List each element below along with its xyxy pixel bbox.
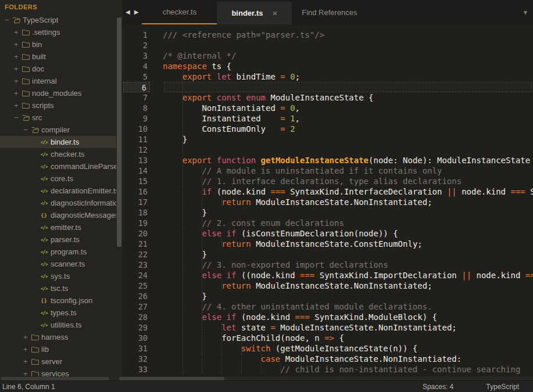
code-line-18[interactable]: } bbox=[163, 207, 533, 218]
sidebar-folder-compiler[interactable]: −compiler bbox=[0, 124, 116, 136]
code-line-22[interactable]: } bbox=[163, 249, 533, 260]
expand-icon[interactable]: + bbox=[14, 52, 22, 61]
code-line-32[interactable]: case ModuleInstanceState.NonInstantiated… bbox=[163, 354, 533, 364]
sidebar-folder-node-modules[interactable]: +node_modules bbox=[0, 87, 116, 99]
code-line-19[interactable]: // 2. const enum declarations bbox=[163, 218, 533, 228]
sidebar-file-diagnosticmessages-json[interactable]: {}diagnosticMessages.json bbox=[0, 209, 116, 221]
code-line-24[interactable]: else if ((node.kind === SyntaxKind.Impor… bbox=[163, 270, 533, 280]
tab-overflow-icon[interactable]: ▼ bbox=[523, 9, 533, 16]
code-line-12[interactable] bbox=[163, 145, 533, 155]
typescript-file-icon: </> bbox=[41, 154, 51, 155]
sidebar-folder-bin[interactable]: +bin bbox=[0, 38, 116, 51]
code-line-23[interactable]: // 3. non-exported import declarations bbox=[163, 260, 533, 270]
code-line-16[interactable]: if (node.kind === SyntaxKind.InterfaceDe… bbox=[163, 186, 533, 197]
code-line-9[interactable]: Instantiated = 1, bbox=[163, 113, 533, 124]
code-line-11[interactable]: } bbox=[163, 134, 533, 145]
indent-guide bbox=[202, 301, 202, 312]
code-line-30[interactable]: forEachChild(node, n => { bbox=[163, 333, 533, 343]
sidebar-file-checker-ts[interactable]: </>checker.ts bbox=[0, 148, 116, 160]
expand-icon[interactable]: + bbox=[14, 89, 22, 98]
cursor-position[interactable]: Line 6, Column 1 bbox=[0, 383, 55, 391]
code-line-2[interactable] bbox=[163, 40, 533, 51]
code-token: (isConstEnumDeclaration(node)) { bbox=[236, 229, 398, 238]
tab-binder-ts[interactable]: binder.ts× bbox=[217, 2, 292, 24]
code-line-26[interactable]: } bbox=[163, 291, 533, 301]
code-line-27[interactable]: // 4. other uninstantiated module declar… bbox=[163, 301, 533, 312]
code-line-29[interactable]: let state = ModuleInstanceState.NonInsta… bbox=[163, 322, 533, 333]
collapse-icon[interactable]: − bbox=[5, 16, 13, 24]
code-token: /* @internal */ bbox=[163, 51, 236, 60]
expand-icon[interactable]: + bbox=[23, 333, 31, 341]
forward-arrow-icon[interactable]: ▶ bbox=[133, 8, 140, 16]
code-line-4[interactable]: namespace ts { bbox=[163, 61, 533, 71]
sidebar-file-tsconfig-json[interactable]: {}tsconfig.json bbox=[0, 294, 116, 307]
tab-checker-ts[interactable]: checker.ts bbox=[142, 0, 217, 24]
sidebar-folder-settings[interactable]: +.settings bbox=[0, 26, 116, 38]
code-line-8[interactable]: NonInstantiated = 0, bbox=[163, 103, 533, 113]
code-line-13[interactable]: export function getModuleInstanceState(n… bbox=[163, 155, 533, 166]
code-line-10[interactable]: ConstEnumOnly = 2 bbox=[163, 124, 533, 134]
code-line-14[interactable]: // A module is uninstantiated if it cont… bbox=[163, 166, 533, 176]
sidebar-folder-scripts[interactable]: +scripts bbox=[0, 99, 116, 112]
code-line-1[interactable]: /// <reference path="parser.ts"/> bbox=[163, 30, 533, 40]
expand-icon[interactable]: + bbox=[14, 64, 22, 73]
code-line-28[interactable]: else if (node.kind === SyntaxKind.Module… bbox=[163, 312, 533, 322]
sidebar-folder-lib[interactable]: +lib bbox=[0, 343, 116, 355]
indent-guide bbox=[183, 322, 183, 333]
sidebar-file-commandlineparser-ts[interactable]: </>commandLineParser.ts bbox=[0, 160, 116, 172]
tab-close-icon[interactable]: × bbox=[273, 9, 278, 17]
sidebar-file-types-ts[interactable]: </>types.ts bbox=[0, 307, 116, 319]
code-line-25[interactable]: return ModuleInstanceState.NonInstantiat… bbox=[163, 280, 533, 291]
code-line-31[interactable]: switch (getModuleInstanceState(n)) { bbox=[163, 343, 533, 354]
sidebar-file-diagnosticinformationmap-generated-ts[interactable]: </>diagnosticInformationMap.generated.ts bbox=[0, 197, 116, 209]
sidebar-folder-services[interactable]: +services bbox=[0, 368, 116, 376]
tab-find-references[interactable]: Find References bbox=[292, 0, 367, 24]
code-line-17[interactable]: return ModuleInstanceState.NonInstantiat… bbox=[163, 197, 533, 207]
code-line-15[interactable]: // 1. interface declarations, type alias… bbox=[163, 176, 533, 186]
sidebar-file-declarationemitter-ts[interactable]: </>declarationEmitter.ts bbox=[0, 185, 116, 197]
code-area[interactable]: /// <reference path="parser.ts"/>/* @int… bbox=[163, 30, 533, 375]
collapse-icon[interactable]: − bbox=[14, 113, 22, 122]
expand-icon[interactable]: + bbox=[23, 357, 31, 366]
expand-icon[interactable]: + bbox=[14, 40, 22, 49]
sidebar-file-utilities-ts[interactable]: </>utilities.ts bbox=[0, 319, 116, 331]
sidebar-folder-server[interactable]: +server bbox=[0, 355, 116, 368]
code-line-7[interactable]: export const enum ModuleInstanceState { bbox=[163, 92, 533, 103]
sidebar-folder-built[interactable]: +built bbox=[0, 51, 116, 63]
sidebar-folder-src[interactable]: −src bbox=[0, 112, 116, 124]
expand-icon[interactable]: + bbox=[23, 369, 31, 376]
expand-icon[interactable]: + bbox=[23, 345, 31, 354]
sidebar-file-parser-ts[interactable]: </>parser.ts bbox=[0, 233, 116, 246]
sidebar-folder-internal[interactable]: +internal bbox=[0, 75, 116, 87]
sidebar-file-program-ts[interactable]: </>program.ts bbox=[0, 246, 116, 258]
expand-icon[interactable]: + bbox=[14, 101, 22, 110]
expand-icon[interactable]: + bbox=[14, 77, 22, 85]
sidebar-file-binder-ts[interactable]: </>binder.ts bbox=[0, 136, 116, 148]
sidebar-file-scanner-ts[interactable]: </>scanner.ts bbox=[0, 258, 116, 270]
sidebar-folder-typescript[interactable]: −TypeScript bbox=[0, 14, 116, 26]
code-line-5[interactable]: export let bindTime = 0; bbox=[163, 71, 533, 82]
sidebar-file-emitter-ts[interactable]: </>emitter.ts bbox=[0, 221, 116, 233]
code-line-20[interactable]: else if (isConstEnumDeclaration(node)) { bbox=[163, 228, 533, 239]
typescript-file-icon: </> bbox=[41, 239, 51, 240]
sidebar-folder-doc[interactable]: +doc bbox=[0, 63, 116, 75]
code-line-6[interactable] bbox=[163, 82, 533, 92]
code-line-3[interactable]: /* @internal */ bbox=[163, 51, 533, 61]
sidebar-file-core-ts[interactable]: </>core.ts bbox=[0, 172, 116, 185]
syntax-setting[interactable]: TypeScript bbox=[486, 383, 519, 391]
sidebar-file-sys-ts[interactable]: </>sys.ts bbox=[0, 270, 116, 282]
indent-setting[interactable]: Spaces: 4 bbox=[423, 383, 453, 391]
code-token: 0 bbox=[290, 103, 295, 113]
collapse-icon[interactable]: − bbox=[23, 125, 31, 134]
sidebar-file-tsc-ts[interactable]: </>tsc.ts bbox=[0, 282, 116, 294]
code-line-33[interactable]: // child is non-instantiated - continue … bbox=[163, 364, 533, 375]
back-arrow-icon[interactable]: ◀ bbox=[124, 8, 131, 16]
indent-guide bbox=[183, 249, 183, 260]
editor-pane[interactable]: 1234567891011121314151617181920212223242… bbox=[123, 24, 533, 376]
sidebar-scrollbar-thumb[interactable] bbox=[117, 17, 121, 247]
code-line-21[interactable]: return ModuleInstanceState.ConstEnumOnly… bbox=[163, 239, 533, 249]
indent-guide bbox=[202, 291, 202, 301]
indent-guide bbox=[202, 249, 202, 260]
sidebar-folder-harness[interactable]: +harness bbox=[0, 331, 116, 343]
expand-icon[interactable]: + bbox=[14, 28, 22, 37]
